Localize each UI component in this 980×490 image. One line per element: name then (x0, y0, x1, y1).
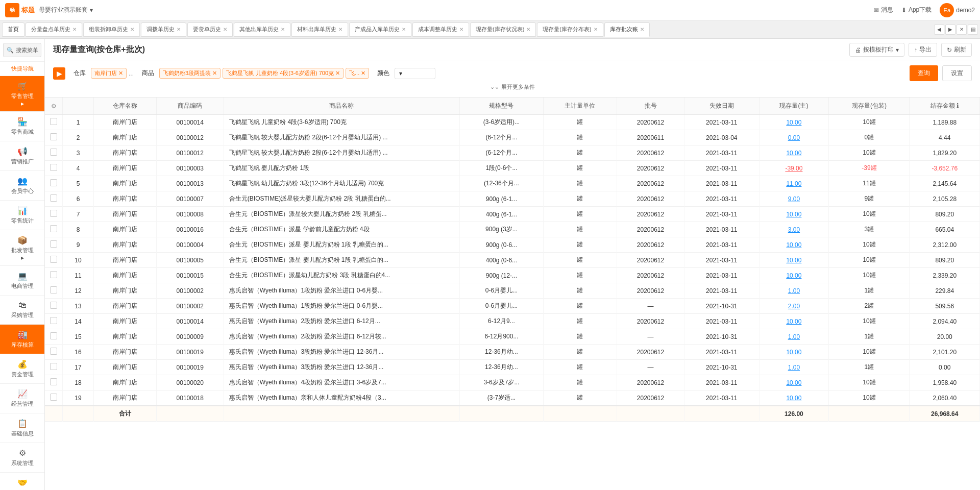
td-stock-main[interactable]: 10.00 (759, 390, 829, 406)
td-checkbox[interactable] (45, 329, 63, 345)
td-stock-main[interactable]: -39.00 (759, 161, 829, 176)
td-stock-main[interactable]: 3.00 (759, 222, 829, 237)
tab-more[interactable]: ▤ (968, 24, 978, 35)
td-stock-main[interactable]: 10.00 (759, 115, 829, 130)
tab-scroll-left[interactable]: ◀ (934, 24, 944, 35)
td-checkbox[interactable] (45, 237, 63, 253)
td-stock-main[interactable]: 10.00 (759, 145, 829, 161)
td-stock-main[interactable]: 10.00 (759, 314, 829, 329)
td-stock-main[interactable]: 0.00 (759, 130, 829, 145)
sidebar-item-inventory[interactable]: 🏭 库存核算 (0, 325, 44, 354)
td-stock-main[interactable]: 10.00 (759, 253, 829, 268)
product-tag3-close[interactable]: ✕ (361, 70, 365, 77)
td-checkbox[interactable] (45, 145, 63, 161)
sidebar-item-retail-mall[interactable]: 🏪 零售商城 (0, 112, 44, 141)
app-download-btn[interactable]: ⬇ App下载 (901, 6, 932, 14)
td-stock-main[interactable]: 10.00 (759, 345, 829, 360)
td-stock-main[interactable]: 1.00 (759, 360, 829, 375)
tab-scroll-right[interactable]: ▶ (945, 24, 955, 35)
user-menu[interactable]: Ea demo2 (940, 3, 975, 17)
tab-ku-cun-pi[interactable]: 库存批次账 ✕ (604, 22, 650, 37)
sidebar-item-ecommerce[interactable]: 💻 电商管理 (0, 266, 44, 296)
sidebar-item-purchase[interactable]: 🛍 采购管理 (0, 296, 44, 325)
tab-xian-cun-zhuang[interactable]: 现存量(库存状况表) ✕ (470, 22, 536, 37)
tab-close-icon[interactable]: ✕ (223, 27, 227, 32)
tab-close-all[interactable]: ✕ (957, 24, 967, 35)
sidebar-item-member[interactable]: 👥 会员中心 (0, 171, 44, 201)
message-btn[interactable]: ✉ 消息 (874, 6, 893, 14)
td-checkbox[interactable] (45, 176, 63, 191)
td-stock-main[interactable]: 11.00 (759, 176, 829, 191)
query-btn[interactable]: 查询 (910, 65, 938, 81)
refresh-btn[interactable]: ↻ 刷新 (941, 43, 972, 57)
td-checkbox[interactable] (45, 314, 63, 329)
sidebar-item-enterprise[interactable]: 🤝 企业协同 (0, 473, 44, 490)
product-tag2-close[interactable]: ✕ (335, 70, 340, 77)
sidebar-item-retail[interactable]: 🛒 零售管理 ▶ (0, 76, 44, 112)
template-print-btn[interactable]: 🖨 按模板打印 ▾ (849, 43, 904, 57)
tab-close-icon[interactable]: ✕ (130, 27, 134, 32)
td-checkbox[interactable] (45, 130, 63, 145)
td-checkbox[interactable] (45, 299, 63, 314)
tab-close-icon[interactable]: ✕ (402, 27, 406, 32)
tab-close-icon[interactable]: ✕ (72, 27, 77, 32)
tab-close-icon[interactable]: ✕ (594, 27, 598, 32)
toolbar-expand-btn[interactable]: ▶ (53, 67, 65, 80)
sidebar-item-system[interactable]: ⚙ 系统管理 (0, 443, 44, 473)
td-checkbox[interactable] (45, 345, 63, 360)
tab-home[interactable]: 首页 (2, 22, 24, 37)
td-stock-main[interactable]: 10.00 (759, 207, 829, 222)
td-checkbox[interactable] (45, 375, 63, 390)
sidebar-item-operations[interactable]: 📈 经营管理 (0, 384, 44, 413)
tab-close-icon[interactable]: ✕ (281, 27, 285, 32)
td-stock-main[interactable]: 1.00 (759, 283, 829, 299)
td-stock-main[interactable]: 10.00 (759, 375, 829, 390)
tab-cheng-ben[interactable]: 成本调整单历史 ✕ (412, 22, 469, 37)
export-btn[interactable]: ↑ 导出 (909, 43, 937, 57)
warehouse-tag-close[interactable]: ✕ (118, 70, 123, 77)
td-stock-main[interactable]: 10.00 (759, 268, 829, 283)
td-checkbox[interactable] (45, 268, 63, 283)
tab-qi-ta[interactable]: 其他出库单历史 ✕ (234, 22, 290, 37)
td-checkbox[interactable] (45, 390, 63, 406)
sidebar-item-finance[interactable]: 💰 资金管理 (0, 354, 44, 384)
tab-close-icon[interactable]: ✕ (640, 27, 644, 32)
product-tag1-close[interactable]: ✕ (212, 70, 217, 77)
td-checkbox[interactable] (45, 115, 63, 130)
tab-close-icon[interactable]: ✕ (177, 27, 181, 32)
td-stock-main[interactable]: 10.00 (759, 237, 829, 253)
tab-yao-huo[interactable]: 要货单历史 ✕ (187, 22, 233, 37)
tab-xian-cun-fen[interactable]: 现存量(库存分布表) ✕ (537, 22, 603, 37)
tab-close-icon[interactable]: ✕ (459, 27, 463, 32)
color-dropdown[interactable]: ▾ (395, 68, 435, 79)
expand-more-btn[interactable]: ⌄⌄ 展开更多条件 (490, 83, 535, 91)
tab-close-icon[interactable]: ✕ (338, 27, 342, 32)
td-stock-main[interactable]: 2.00 (759, 299, 829, 314)
filter-ellipsis[interactable]: ... (129, 70, 134, 77)
tab-fen-pan[interactable]: 分量盘点单历史 ✕ (26, 22, 82, 37)
sidebar-item-basic[interactable]: 📋 基础信息 (0, 413, 44, 443)
td-checkbox[interactable] (45, 253, 63, 268)
td-checkbox[interactable] (45, 222, 63, 237)
td-checkbox[interactable] (45, 161, 63, 176)
account-dropdown[interactable]: 母婴行业演示账套 ▾ (39, 6, 93, 14)
settings-btn[interactable]: 设置 (942, 65, 972, 81)
tab-chan-pin[interactable]: 产成品入库单历史 ✕ (349, 22, 411, 37)
td-stock-main[interactable]: 1.00 (759, 329, 829, 345)
search-menu-btn[interactable]: 🔍 搜索菜单 (3, 43, 41, 57)
sidebar-item-marketing[interactable]: 📢 营销推广 (0, 141, 44, 171)
sidebar-item-wholesale[interactable]: 📦 批发管理 ▶ (0, 230, 44, 266)
gear-icon[interactable]: ⚙ (51, 103, 57, 110)
th-settings[interactable]: ⚙ (45, 97, 63, 115)
tab-close-icon[interactable]: ✕ (526, 27, 530, 32)
td-checkbox[interactable] (45, 191, 63, 207)
tab-zu-he[interactable]: 组装拆卸单历史 ✕ (83, 22, 140, 37)
quick-nav-btn[interactable]: 快捷导航 (0, 62, 44, 76)
td-stock-main[interactable]: 9.00 (759, 191, 829, 207)
sidebar-item-retail-stats[interactable]: 📊 零售统计 (0, 201, 44, 230)
td-checkbox[interactable] (45, 360, 63, 375)
tab-tiao-bo[interactable]: 调拨单历史 ✕ (141, 22, 186, 37)
td-checkbox[interactable] (45, 283, 63, 299)
td-checkbox[interactable] (45, 207, 63, 222)
tab-cai-liao[interactable]: 材料出库单历史 ✕ (291, 22, 348, 37)
